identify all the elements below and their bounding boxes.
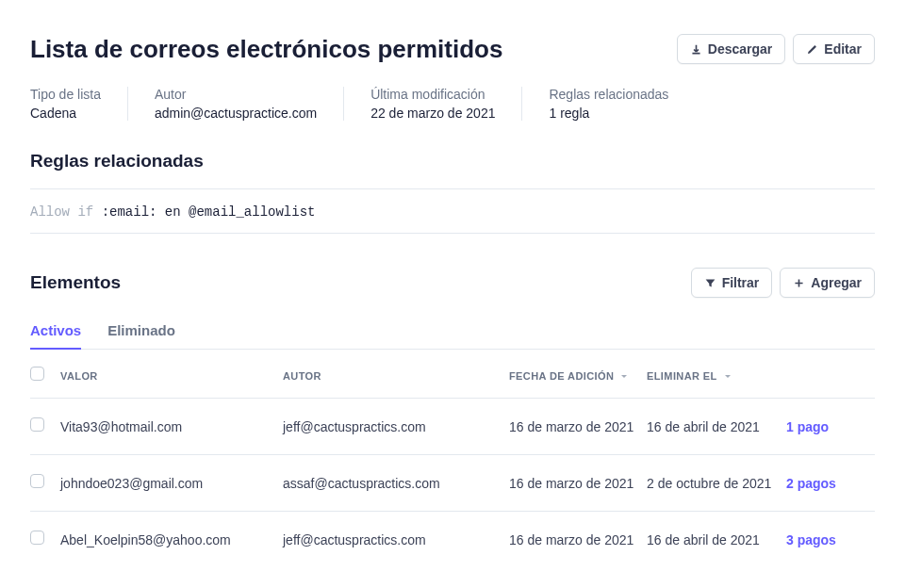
sort-icon — [619, 371, 629, 381]
download-button[interactable]: Descargar — [677, 34, 786, 64]
cell-valor: johndoe023@gmail.com — [60, 476, 283, 491]
cell-valor: Abel_Koelpin58@yahoo.com — [60, 532, 283, 547]
plus-icon — [793, 277, 805, 289]
add-button[interactable]: Agregar — [780, 268, 875, 298]
meta-author: Autor admin@cactuspractice.com — [155, 87, 344, 121]
table: VALOR AUTOR FECHA DE ADICIÓN ELIMINAR EL… — [30, 350, 875, 567]
meta-type-label: Tipo de lista — [30, 87, 101, 102]
col-check-header — [30, 367, 60, 384]
filter-label: Filtrar — [722, 275, 760, 290]
tab-active[interactable]: Activos — [30, 315, 81, 350]
pago-link[interactable]: 2 pagos — [786, 476, 836, 491]
meta-type-value: Cadena — [30, 106, 101, 121]
download-icon — [690, 43, 702, 56]
header-actions: Descargar Editar — [677, 34, 875, 64]
col-valor-header[interactable]: VALOR — [60, 370, 283, 382]
meta-modified: Última modificación 22 de marzo de 2021 — [370, 87, 522, 121]
rule-body: :email: en @email_allowlist — [102, 204, 316, 220]
edit-label: Editar — [824, 41, 862, 57]
rule-keyword: Allow if — [30, 204, 102, 220]
pago-link[interactable]: 1 pago — [786, 419, 829, 434]
col-fecha-header[interactable]: FECHA DE ADICIÓN — [509, 370, 647, 382]
cell-fecha: 16 de marzo de 2021 — [509, 532, 647, 547]
select-all-checkbox[interactable] — [30, 367, 44, 381]
pago-link[interactable]: 3 pagos — [786, 532, 836, 547]
meta-rules: Reglas relacionadas 1 regla — [549, 87, 695, 121]
page-title: Lista de correos electrónicos permitidos — [30, 35, 502, 64]
cell-autor: jeff@cactuspractics.com — [283, 532, 509, 547]
col-eliminar-header[interactable]: ELIMINAR EL — [647, 370, 786, 382]
table-row: Abel_Koelpin58@yahoo.com jeff@cactusprac… — [30, 512, 875, 567]
filter-icon — [704, 277, 716, 289]
cell-eliminar: 16 de abril de 2021 — [647, 532, 786, 547]
col-eliminar-label: ELIMINAR EL — [647, 370, 717, 382]
table-row: johndoe023@gmail.com assaf@cactuspractic… — [30, 455, 875, 512]
col-autor-header[interactable]: AUTOR — [283, 370, 509, 382]
elements-actions: Filtrar Agregar — [691, 268, 875, 298]
page-header: Lista de correos electrónicos permitidos… — [30, 34, 875, 64]
download-label: Descargar — [708, 41, 773, 57]
table-header: VALOR AUTOR FECHA DE ADICIÓN ELIMINAR EL — [30, 350, 875, 399]
cell-fecha: 16 de marzo de 2021 — [509, 419, 647, 434]
pencil-icon — [806, 43, 818, 56]
meta-author-value: admin@cactuspractice.com — [155, 106, 317, 121]
filter-button[interactable]: Filtrar — [691, 268, 773, 298]
meta-type: Tipo de lista Cadena — [30, 87, 128, 121]
rule-block: Allow if :email: en @email_allowlist — [30, 188, 875, 234]
elements-title: Elementos — [30, 272, 121, 293]
cell-eliminar: 2 de octubre de 2021 — [647, 476, 786, 491]
rule-code: Allow if :email: en @email_allowlist — [30, 204, 315, 220]
tabs: Activos Eliminado — [30, 315, 875, 350]
edit-button[interactable]: Editar — [793, 34, 875, 64]
row-checkbox[interactable] — [30, 474, 44, 488]
meta-rules-value: 1 regla — [549, 106, 668, 121]
tab-removed[interactable]: Eliminado — [107, 315, 175, 350]
meta-author-label: Autor — [155, 87, 317, 102]
rules-section-title: Reglas relacionadas — [30, 151, 875, 172]
meta-modified-label: Última modificación — [370, 87, 495, 102]
row-checkbox[interactable] — [30, 417, 44, 432]
table-row: Vita93@hotmail.com jeff@cactuspractics.c… — [30, 399, 875, 455]
meta-modified-value: 22 de marzo de 2021 — [370, 106, 495, 121]
add-label: Agregar — [811, 275, 862, 290]
meta-rules-label: Reglas relacionadas — [549, 87, 668, 102]
cell-eliminar: 16 de abril de 2021 — [647, 419, 786, 434]
col-fecha-label: FECHA DE ADICIÓN — [509, 370, 614, 382]
cell-autor: jeff@cactuspractics.com — [283, 419, 509, 434]
cell-valor: Vita93@hotmail.com — [60, 419, 283, 434]
cell-autor: assaf@cactuspractics.com — [283, 476, 509, 491]
elements-header: Elementos Filtrar Agregar — [30, 268, 875, 298]
row-checkbox[interactable] — [30, 531, 44, 545]
sort-icon — [723, 371, 732, 381]
meta-row: Tipo de lista Cadena Autor admin@cactusp… — [30, 87, 875, 121]
cell-fecha: 16 de marzo de 2021 — [509, 476, 647, 491]
